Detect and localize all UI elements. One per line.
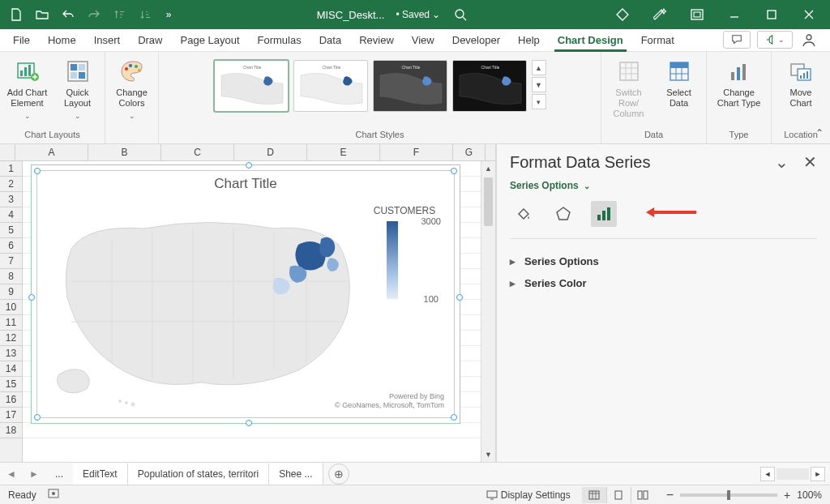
collapse-ribbon-icon[interactable]: ⌃ [815,127,824,139]
account-icon[interactable] [799,30,819,49]
zoom-percent[interactable]: 100% [797,489,822,501]
row-header[interactable]: 18 [0,423,22,438]
page-break-view-icon[interactable] [631,487,655,503]
row-header[interactable]: 13 [0,346,22,361]
col-header[interactable]: G [453,144,486,160]
series-options-dropdown[interactable]: Series Options ⌄ [510,180,817,191]
col-header[interactable]: D [234,144,307,160]
tab-developer[interactable]: Developer [451,31,502,51]
sheet-tab-overflow[interactable]: ... [45,463,73,485]
hscroll-left[interactable]: ◄ [760,467,775,481]
hscroll-right[interactable]: ► [811,467,825,481]
col-header[interactable]: F [380,144,453,160]
display-settings-button[interactable]: Display Settings [486,489,571,501]
col-header[interactable]: C [161,144,234,160]
series-options-section[interactable]: ▸Series Options [510,250,817,272]
col-header[interactable]: E [307,144,380,160]
row-header[interactable]: 14 [0,361,22,377]
row-header[interactable]: 12 [0,331,22,346]
pen-sparkle-icon[interactable] [642,0,678,29]
change-chart-type-button[interactable]: Change Chart Type [717,55,762,109]
chart-style-3[interactable]: Chart Title [373,60,447,112]
pane-close-icon[interactable]: ✕ [803,152,817,172]
col-header[interactable]: A [15,144,88,160]
row-header[interactable]: 16 [0,392,22,408]
hscroll-track[interactable] [777,468,809,480]
macro-record-icon[interactable] [48,488,61,502]
row-header[interactable]: 15 [0,377,22,392]
select-data-button[interactable]: Select Data [657,55,702,109]
worksheet[interactable]: A B C D E F G 12345678910111213141516171… [0,144,496,462]
comments-button[interactable] [723,31,751,49]
tab-review[interactable]: Review [357,31,396,51]
row-header[interactable]: 7 [0,254,22,269]
effects-pentagon-icon[interactable] [550,201,576,227]
tab-page-layout[interactable]: Page Layout [179,31,242,51]
row-header[interactable]: 17 [0,408,22,423]
chart-title[interactable]: Chart Title [37,171,454,194]
fill-bucket-icon[interactable] [510,201,536,227]
row-header[interactable]: 3 [0,192,22,207]
sort-asc-icon[interactable] [109,3,131,26]
zoom-in-button[interactable]: + [784,489,790,502]
scroll-up-icon[interactable]: ▲ [481,161,495,176]
scroll-down-icon[interactable]: ▼ [481,447,495,462]
save-status[interactable]: • Saved ⌄ [396,9,440,20]
redo-icon[interactable] [83,3,105,26]
tab-chart-design[interactable]: Chart Design [556,31,625,51]
ribbon-display-icon[interactable] [679,0,715,29]
minimize-button[interactable] [717,0,752,29]
tab-file[interactable]: File [11,31,32,51]
chart-style-1[interactable]: Chart Title [214,60,289,112]
vertical-scrollbar[interactable]: ▲ ▼ [481,161,495,462]
sort-desc-icon[interactable] [135,3,157,26]
tab-formulas[interactable]: Formulas [256,31,303,51]
new-file-icon[interactable] [5,3,28,26]
sheet-tab[interactable]: EditText [73,463,128,485]
row-header[interactable]: 11 [0,315,22,331]
col-header[interactable]: B [88,144,161,160]
scroll-thumb[interactable] [484,177,493,226]
sheet-tab[interactable]: Population of states, territori [128,463,269,485]
chart-styles-more[interactable]: ▾ [532,94,546,109]
share-button[interactable]: ⌄ [757,31,793,49]
close-button[interactable] [791,0,827,29]
map-chart[interactable] [47,200,371,411]
row-header[interactable]: 5 [0,223,22,238]
row-header[interactable]: 10 [0,300,22,315]
normal-view-icon[interactable] [582,487,606,503]
tab-draw[interactable]: Draw [136,31,164,51]
row-header[interactable]: 2 [0,177,22,192]
diamond-icon[interactable] [605,0,640,29]
row-header[interactable]: 1 [0,161,22,177]
tab-view[interactable]: View [410,31,436,51]
row-header[interactable]: 4 [0,207,22,223]
tab-data[interactable]: Data [318,31,343,51]
quick-layout-button[interactable]: Quick Layout⌄ [55,55,101,121]
add-chart-element-button[interactable]: Add Chart Element⌄ [5,55,50,121]
tab-insert[interactable]: Insert [92,31,122,51]
chart-styles-down[interactable]: ▼ [532,77,546,92]
new-sheet-button[interactable]: ⊕ [328,463,349,485]
row-header[interactable]: 9 [0,284,22,300]
row-header[interactable]: 6 [0,238,22,254]
sheet-nav-prev[interactable]: ◄ [0,468,23,480]
series-color-section[interactable]: ▸Series Color [510,272,817,294]
chart-styles-up[interactable]: ▲ [532,60,546,75]
change-colors-button[interactable]: Change Colors⌄ [109,55,155,121]
page-layout-view-icon[interactable] [606,487,631,503]
tab-home[interactable]: Home [46,31,78,51]
pane-collapse-icon[interactable]: ⌄ [775,152,789,172]
sheet-nav-next[interactable]: ► [23,468,45,480]
row-header[interactable]: 8 [0,269,22,284]
chart-object[interactable]: Chart Title [31,164,460,424]
move-chart-button[interactable]: Move Chart [778,55,824,109]
qat-overflow-icon[interactable]: » [160,3,177,26]
tab-help[interactable]: Help [516,31,541,51]
tab-format[interactable]: Format [640,31,676,51]
search-icon[interactable] [451,6,469,23]
open-file-icon[interactable] [31,3,53,26]
chart-style-4[interactable]: Chart Title [452,60,527,112]
select-all-corner[interactable] [0,144,15,160]
maximize-button[interactable] [754,0,789,29]
